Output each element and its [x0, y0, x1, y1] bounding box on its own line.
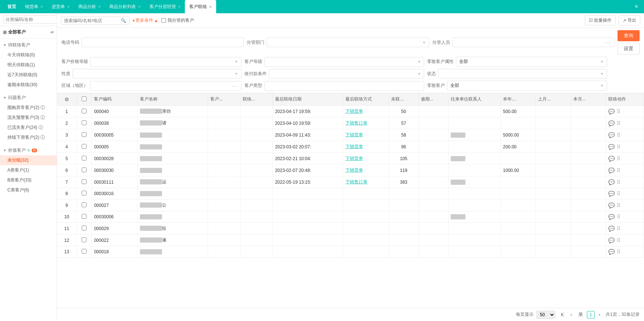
nav-tab-5[interactable]: 客户分层经营 ×	[145, 0, 185, 13]
sidebar-item-today[interactable]: 今天待联络(0)	[0, 50, 57, 60]
contact-method-link[interactable]: 下销货单	[345, 167, 363, 173]
nav-tab-3-close[interactable]: ×	[98, 4, 101, 9]
action-chat-icon[interactable]: 💬	[608, 191, 615, 197]
query-button[interactable]: 查询	[617, 30, 640, 41]
row-checkbox[interactable]	[82, 202, 87, 207]
action-more-icon[interactable]: ⠿	[617, 132, 620, 138]
action-more-icon[interactable]: ⠿	[617, 167, 620, 173]
reset-button[interactable]: 设置	[617, 43, 640, 54]
region-select[interactable]: ···	[90, 81, 242, 91]
more-conditions-btn[interactable]: ▾ 更多条件 ▲	[133, 17, 158, 24]
row-checkbox[interactable]	[82, 226, 87, 230]
all-customers-header[interactable]: ⊞ 全部客户 ≪	[0, 26, 57, 39]
action-more-icon[interactable]: ⠿	[617, 191, 620, 197]
nav-tab-5-close[interactable]: ×	[178, 4, 180, 9]
action-more-icon[interactable]: ⠿	[617, 237, 620, 243]
action-more-icon[interactable]: ⠿	[617, 202, 620, 208]
nav-tab-6[interactable]: 客户联络 ×	[185, 0, 216, 13]
contact-method-link[interactable]: 下销货单	[345, 144, 363, 149]
select-all-checkbox[interactable]	[82, 96, 87, 101]
settings-gear-button[interactable]: ⚙	[64, 96, 69, 102]
row-checkbox[interactable]	[82, 120, 87, 125]
collapse-icon[interactable]: ≪	[50, 30, 54, 34]
sidebar-item-class-c[interactable]: C类客户(6)	[0, 185, 57, 195]
action-more-icon[interactable]: ⠿	[617, 120, 620, 126]
action-more-icon[interactable]: ⠿	[617, 226, 620, 232]
nav-tab-3[interactable]: 商品分析 ×	[74, 0, 105, 13]
my-customers-checkbox-label[interactable]: 我分管的客户	[161, 17, 194, 24]
sidebar-group-pending-header[interactable]: ▼ 待联络客户	[0, 40, 57, 50]
nav-tab-1-close[interactable]: ×	[41, 4, 43, 9]
nav-tab-1[interactable]: 销货单 ×	[21, 0, 47, 13]
contact-method-link[interactable]: 下销售订单	[345, 179, 367, 184]
current-page[interactable]: 1	[587, 311, 595, 318]
sidebar-item-overdue[interactable]: 逾期未联络(30)	[0, 80, 57, 90]
row-checkbox[interactable]	[82, 167, 87, 172]
window-close-button[interactable]: ×	[632, 3, 641, 10]
action-more-icon[interactable]: ⠿	[617, 249, 620, 255]
sidebar-item-tomorrow[interactable]: 明天待联络(1)	[0, 60, 57, 70]
sidebar-item-class-a[interactable]: A类客户(1)	[0, 165, 57, 175]
action-chat-icon[interactable]: 💬	[608, 249, 615, 255]
my-customers-checkbox[interactable]	[161, 18, 166, 23]
action-chat-icon[interactable]: 💬	[608, 120, 615, 126]
action-more-icon[interactable]: ⠿	[617, 109, 620, 114]
sidebar-item-declining[interactable]: 持续下滑客户(2) ⓘ	[0, 133, 57, 142]
action-chat-icon[interactable]: 💬	[608, 132, 615, 138]
nav-tab-2[interactable]: 进货单 ×	[47, 0, 74, 13]
action-chat-icon[interactable]: 💬	[608, 202, 615, 208]
row-checkbox[interactable]	[82, 191, 87, 195]
row-checkbox[interactable]	[82, 132, 87, 137]
phone-input[interactable]	[81, 38, 244, 47]
phone-field[interactable]	[85, 40, 240, 45]
status-select[interactable]: ▼	[438, 69, 607, 78]
scattered-select[interactable]: 全部 ▼	[447, 81, 607, 91]
contact-method-link[interactable]: 下销售订单	[345, 120, 367, 126]
action-chat-icon[interactable]: 💬	[608, 144, 615, 150]
nav-tab-4[interactable]: 商品分析列表 ×	[105, 0, 145, 13]
sidebar-item-churn-warning[interactable]: 流失预警客户(3) ⓘ	[0, 113, 57, 123]
action-chat-icon[interactable]: 💬	[608, 179, 615, 185]
sidebar-item-class-b[interactable]: B类客户(33)	[0, 175, 57, 185]
batch-operations-button[interactable]: ☑ 批量操作	[585, 15, 616, 25]
row-checkbox[interactable]	[82, 237, 87, 242]
per-page-select[interactable]: 50 100	[536, 311, 555, 319]
action-more-icon[interactable]: ⠿	[617, 156, 620, 162]
nature-select[interactable]: ▼	[73, 69, 242, 78]
scattered-attr-select[interactable]: 全部 ▼	[456, 57, 607, 67]
customer-type-input[interactable]	[264, 81, 425, 91]
next-page-btn[interactable]: ›	[596, 311, 603, 318]
contact-method-link[interactable]: 下销货单	[345, 109, 363, 114]
dept-select[interactable]: ▼	[267, 38, 429, 47]
action-more-icon[interactable]: ⠿	[617, 179, 620, 185]
sidebar-item-7days[interactable]: 近7天待联络(0)	[0, 70, 57, 80]
action-chat-icon[interactable]: 💬	[608, 226, 615, 232]
action-chat-icon[interactable]: 💬	[608, 214, 615, 220]
action-chat-icon[interactable]: 💬	[608, 156, 615, 162]
row-checkbox[interactable]	[82, 156, 87, 160]
sidebar-item-abnormal[interactable]: 囤购异常客户(2) ⓘ	[0, 103, 57, 113]
customer-grade-select[interactable]: ▼	[264, 57, 425, 67]
contact-method-link[interactable]: 下销货单	[345, 156, 363, 161]
row-checkbox[interactable]	[82, 179, 87, 184]
nav-tab-6-close[interactable]: ×	[209, 4, 211, 9]
price-grade-select[interactable]: ▼	[90, 57, 242, 67]
row-checkbox[interactable]	[82, 249, 87, 254]
nav-home[interactable]: 首页	[3, 0, 21, 13]
row-checkbox[interactable]	[82, 214, 87, 219]
sidebar-item-churned[interactable]: 已流失客户(24) ⓘ	[0, 123, 57, 133]
search-filter-icon[interactable]: 🔍	[121, 18, 126, 23]
export-button[interactable]: ↗ 导出	[619, 15, 640, 25]
nav-tab-4-close[interactable]: ×	[138, 4, 140, 9]
contact-method-link[interactable]: 下销货单	[345, 132, 363, 137]
action-chat-icon[interactable]: 💬	[608, 109, 615, 114]
nav-tab-2-close[interactable]: ×	[67, 4, 69, 9]
manager-select[interactable]: ···	[452, 38, 615, 47]
sidebar-group-problem-header[interactable]: ▼ 问题客户	[0, 93, 57, 103]
sidebar-item-ungrouped[interactable]: 未分组(32)	[0, 155, 57, 165]
refresh-icon[interactable]: ↻	[27, 148, 30, 152]
search-input[interactable]	[64, 18, 119, 23]
payment-select[interactable]: ▼	[269, 69, 425, 78]
action-chat-icon[interactable]: 💬	[608, 167, 615, 173]
sidebar-group-value-header[interactable]: ▼ 价值客户 ↻ R	[0, 145, 57, 155]
